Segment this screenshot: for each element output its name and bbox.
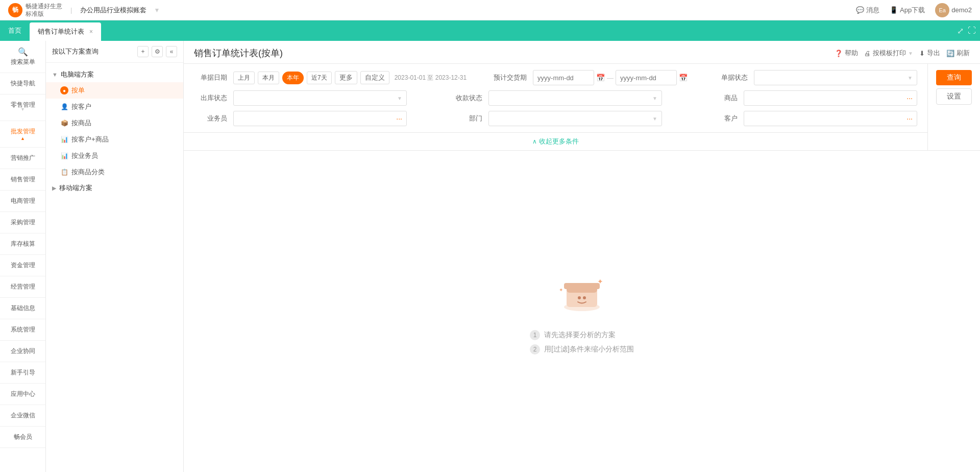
scheme-label-按业务员: 按业务员 [71,151,98,160]
scheme-group-mobile-header[interactable]: ▶ 移动端方案 [46,180,183,196]
expected-date-end[interactable] [616,70,677,85]
add-scheme-btn[interactable]: + [137,46,149,57]
sidebar-item-marketing[interactable]: 营销推广 [0,148,45,169]
date-btn-last-month[interactable]: 上月 [233,72,255,84]
export-btn[interactable]: ⬇ 导出 [919,49,940,58]
scheme-item-按业务员[interactable]: 📊 按业务员 [46,148,183,164]
message-btn[interactable]: 💬 消息 [856,6,879,15]
sidebar-item-system[interactable]: 系统管理 [0,319,45,341]
enterprise-label: 企业协同 [0,347,45,356]
sidebar-item-corp-wechat[interactable]: 企业微信 [0,405,45,427]
customer-select[interactable]: ··· [744,111,917,126]
wholesale-label: 批发管理 [11,127,35,136]
settings-button[interactable]: 设置 [936,88,972,105]
salesman-select[interactable]: ··· [233,111,407,126]
system-label: 系统管理 [0,325,45,334]
left-panel-actions: + ⚙ « [137,46,177,57]
salesman-label: 业务员 [194,114,227,123]
scheme-item-按客户[interactable]: 👤 按客户 [46,99,183,115]
sidebar-item-basic[interactable]: 基础信息 [0,298,45,319]
sidebar-item-inventory[interactable]: 库存核算 [0,233,45,255]
tab-maximize-icon[interactable]: ⛶ [968,26,976,35]
sidebar-item-enterprise[interactable]: 企业协同 [0,341,45,362]
sidebar-item-sales[interactable]: 销售管理 [0,169,45,191]
scheme-label-按商品: 按商品 [71,119,91,128]
date-btn-7days[interactable]: 近7天 [307,72,332,84]
collapse-bar[interactable]: ∧ 收起更多条件 [184,133,927,151]
help-icon: ❓ [835,50,843,57]
scheme-settings-btn[interactable]: ⚙ [152,46,163,57]
breadcrumb-chevron[interactable]: ▼ [154,7,160,14]
department-select[interactable]: ▼ [488,111,662,126]
app-download-label: App下载 [900,6,925,15]
calendar-start-icon[interactable]: 📅 [596,74,605,82]
app-download-btn[interactable]: 📱 App下载 [890,6,925,15]
empty-illustration: ✦ ✦ [551,269,612,320]
collapse-panel-btn[interactable]: « [166,46,177,57]
user-avatar-area[interactable]: Ea demo2 [935,3,972,17]
scheme-item-按商品分类[interactable]: 📋 按商品分类 [46,164,183,180]
filter-row-2: 出库状态 ▼ 收款状态 ▼ 商品 [194,90,917,106]
scheme-icon-按业务员: 📊 [60,152,68,160]
tip-num-1: 1 [530,330,540,340]
scheme-label-按客户: 按客户 [71,102,91,111]
date-btn-custom[interactable]: 自定义 [360,71,389,84]
sidebar-item-operation[interactable]: 经营管理 [0,276,45,298]
sidebar-item-newbie[interactable]: 新手引导 [0,362,45,384]
scheme-item-按商品[interactable]: 📦 按商品 [46,115,183,131]
salesman-dots[interactable]: ··· [396,114,402,123]
sidebar-item-app-center[interactable]: 应用中心 [0,384,45,405]
goods-dots[interactable]: ··· [906,94,913,102]
scheme-item-按单[interactable]: ● 按单 [46,82,183,99]
customer-label: 客户 [704,114,738,123]
scheme-group-mobile: ▶ 移动端方案 [46,180,183,196]
collapse-icon: ∧ [532,138,537,145]
retail-arrow: ▼ [20,107,25,112]
tab-current[interactable]: 销售订单统计表 × [30,22,101,41]
empty-tips: 1 请先选择要分析的方案 2 用[过滤]条件来缩小分析范围 [530,330,634,355]
delivery-status-chevron: ▼ [397,96,402,101]
tab-close-icon[interactable]: × [89,28,93,35]
tab-minimize-icon[interactable]: ⤢ [957,26,964,36]
refresh-btn[interactable]: 🔄 刷新 [946,49,970,58]
sidebar-item-quick-nav[interactable]: 快捷导航 [0,73,45,95]
date-btn-this-year[interactable]: 本年 [282,72,304,84]
date-btn-this-month[interactable]: 本月 [258,72,279,84]
bill-status-chevron: ▼ [908,75,913,81]
page-title: 销售订单统计表(按单) [194,47,283,59]
export-icon: ⬇ [919,50,925,57]
sidebar-item-wholesale[interactable]: 批发管理 ▲ [0,121,45,148]
payment-status-select[interactable]: ▼ [488,90,662,106]
left-panel-title: 按以下方案查询 [52,47,133,56]
sidebar-item-purchase[interactable]: 采购管理 [0,212,45,233]
tab-home-label: 首页 [8,26,21,35]
scheme-label-按商品分类: 按商品分类 [71,168,105,177]
delivery-status-select[interactable]: ▼ [233,90,407,106]
query-button[interactable]: 查询 [936,70,972,85]
sidebar-item-retail[interactable]: 零售管理 ▼ [0,95,45,121]
customer-dots[interactable]: ··· [906,114,913,123]
scheme-list: ▼ 电脑端方案 ● 按单 👤 按客户 📦 按商品 [46,63,183,472]
svg-rect-3 [564,283,600,289]
expected-date-start[interactable] [533,70,594,85]
tab-home[interactable]: 首页 [0,20,30,41]
calendar-end-icon[interactable]: 📅 [679,74,688,82]
goods-select[interactable]: ··· [744,90,917,106]
logo-line1: 畅捷通好生意 [26,3,62,10]
sidebar-item-vip[interactable]: 畅会员 [0,427,45,448]
template-print-btn[interactable]: 🖨 按模板打印 ▼ [864,49,913,58]
delivery-status-label: 出库状态 [194,93,227,103]
tab-bar-right: ⤢ ⛶ [957,26,980,36]
sidebar-item-ecommerce[interactable]: 电商管理 [0,191,45,212]
basic-label: 基础信息 [0,304,45,313]
sidebar-item-finance[interactable]: 资金管理 [0,255,45,276]
bill-status-select[interactable]: ▼ [754,70,917,85]
sidebar-item-search[interactable]: 🔍 搜索菜单 [0,41,45,73]
scheme-label-按单: 按单 [71,86,85,95]
scheme-group-pc-header[interactable]: ▼ 电脑端方案 [46,67,183,82]
help-btn[interactable]: ❓ 帮助 [835,49,858,58]
scheme-item-按客户商品[interactable]: 📊 按客户+商品 [46,131,183,148]
date-btn-more[interactable]: 更多 [335,71,357,84]
department-chevron: ▼ [652,116,657,122]
scheme-group-mobile-label: 移动端方案 [59,183,92,193]
